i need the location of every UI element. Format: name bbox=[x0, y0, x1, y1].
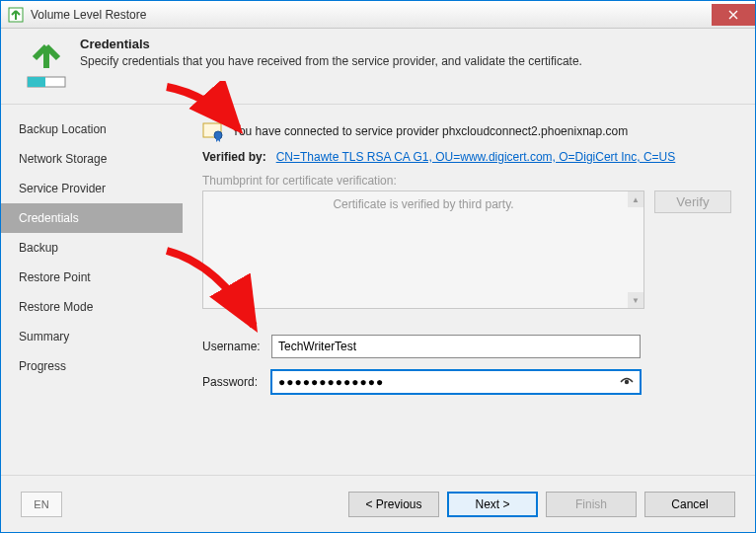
sidebar-item-label: Service Provider bbox=[19, 182, 106, 195]
previous-button[interactable]: < Previous bbox=[348, 492, 439, 517]
app-restore-icon bbox=[7, 6, 25, 24]
sidebar-item-network-storage[interactable]: Network Storage bbox=[1, 144, 183, 174]
body: Backup Location Network Storage Service … bbox=[1, 105, 755, 482]
svg-point-4 bbox=[214, 131, 222, 139]
connected-text: You have connected to service provider p… bbox=[232, 124, 628, 138]
thumbprint-label: Thumbprint for certificate verification: bbox=[202, 174, 731, 188]
wizard-sidebar: Backup Location Network Storage Service … bbox=[1, 105, 183, 482]
page-header: Credentials Specify credentials that you… bbox=[1, 29, 755, 105]
sidebar-item-label: Backup Location bbox=[19, 122, 107, 136]
username-input[interactable] bbox=[271, 335, 641, 358]
window-title: Volume Level Restore bbox=[31, 8, 712, 22]
thumbprint-text: Certificate is verified by third party. bbox=[333, 197, 513, 211]
sidebar-item-label: Network Storage bbox=[19, 152, 107, 166]
reveal-password-icon[interactable] bbox=[619, 373, 635, 389]
svg-rect-2 bbox=[28, 77, 45, 87]
verified-by-row: Verified by: CN=Thawte TLS RSA CA G1, OU… bbox=[202, 150, 731, 164]
titlebar: Volume Level Restore bbox=[1, 1, 755, 29]
page-subtitle: Specify credentials that you have receiv… bbox=[80, 54, 582, 68]
sidebar-item-restore-point[interactable]: Restore Point bbox=[1, 263, 183, 292]
sidebar-item-label: Restore Point bbox=[19, 270, 91, 284]
close-button[interactable] bbox=[712, 4, 755, 26]
main-panel: You have connected to service provider p… bbox=[183, 105, 755, 482]
language-button[interactable]: EN bbox=[21, 492, 62, 517]
certificate-icon bbox=[202, 120, 224, 142]
page-title: Credentials bbox=[80, 37, 582, 51]
sidebar-item-label: Summary bbox=[19, 330, 69, 343]
password-input[interactable] bbox=[271, 370, 641, 394]
thumbprint-textarea: Certificate is verified by third party. … bbox=[202, 190, 644, 309]
verified-by-link[interactable]: CN=Thawte TLS RSA CA G1, OU=www.digicert… bbox=[276, 150, 676, 164]
header-upload-icon bbox=[19, 37, 74, 92]
scroll-down-icon[interactable]: ▼ bbox=[628, 292, 643, 308]
language-label: EN bbox=[34, 498, 48, 510]
cancel-button[interactable]: Cancel bbox=[644, 492, 735, 517]
header-text: Credentials Specify credentials that you… bbox=[80, 37, 582, 92]
sidebar-item-summary[interactable]: Summary bbox=[1, 322, 183, 351]
username-label: Username: bbox=[202, 340, 271, 353]
dialog-window: Volume Level Restore Credentials Specify… bbox=[0, 0, 756, 533]
sidebar-item-label: Progress bbox=[19, 359, 66, 373]
password-label: Password: bbox=[202, 375, 271, 389]
sidebar-item-backup[interactable]: Backup bbox=[1, 233, 183, 263]
dialog-footer: EN < Previous Next > Finish Cancel bbox=[1, 475, 755, 532]
password-row: Password: bbox=[202, 370, 731, 394]
next-button[interactable]: Next > bbox=[447, 492, 538, 517]
sidebar-item-backup-location[interactable]: Backup Location bbox=[1, 114, 183, 144]
svg-point-5 bbox=[625, 380, 629, 384]
verify-button: Verify bbox=[654, 190, 731, 213]
finish-button: Finish bbox=[546, 492, 637, 517]
scroll-up-icon[interactable]: ▲ bbox=[628, 191, 643, 207]
sidebar-item-label: Backup bbox=[19, 241, 58, 255]
sidebar-item-label: Restore Mode bbox=[19, 300, 93, 314]
thumbprint-row: Certificate is verified by third party. … bbox=[202, 190, 731, 309]
verified-by-label: Verified by: bbox=[202, 150, 266, 164]
sidebar-item-progress[interactable]: Progress bbox=[1, 351, 183, 381]
connection-status-row: You have connected to service provider p… bbox=[202, 120, 731, 142]
sidebar-item-service-provider[interactable]: Service Provider bbox=[1, 174, 183, 203]
sidebar-item-restore-mode[interactable]: Restore Mode bbox=[1, 292, 183, 322]
sidebar-item-credentials[interactable]: Credentials bbox=[1, 203, 183, 233]
sidebar-item-label: Credentials bbox=[19, 211, 79, 225]
username-row: Username: bbox=[202, 335, 731, 358]
